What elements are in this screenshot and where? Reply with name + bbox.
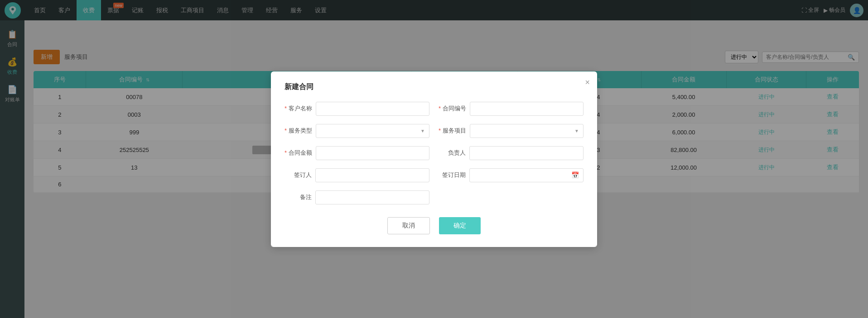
modal-title: 新建合同: [285, 82, 583, 92]
contract-amount-input[interactable]: 0.00: [316, 146, 429, 160]
signer-label: 签订人: [285, 171, 312, 179]
form-row-5: 备注: [285, 190, 583, 204]
form-group-remarks: 备注: [285, 190, 429, 204]
service-type-label: 服务类型: [285, 127, 312, 135]
form-group-contract-no: 合同编号: [439, 102, 583, 116]
sign-date-input[interactable]: 2023-06-06: [469, 168, 583, 182]
responsible-input[interactable]: [469, 146, 583, 160]
sign-date-label: 签订日期: [439, 171, 466, 179]
form-group-amount: 合同金额 0.00: [285, 146, 429, 160]
form-row-4: 签订人 签订日期 2023-06-06 📅: [285, 168, 583, 182]
modal-close-button[interactable]: ×: [585, 78, 590, 87]
form-group-service-item: 服务项目: [439, 124, 583, 138]
form-row-2: 服务类型 服务项目: [285, 124, 583, 138]
service-item-label: 服务项目: [439, 127, 466, 135]
responsible-label: 负责人: [439, 149, 466, 157]
remarks-label: 备注: [285, 193, 312, 201]
form-group-responsible: 负责人: [439, 146, 583, 160]
contract-amount-label: 合同金额: [285, 149, 312, 157]
remarks-input[interactable]: [315, 190, 429, 204]
form-group-sign-date: 签订日期 2023-06-06 📅: [439, 168, 583, 182]
sign-date-wrap: 2023-06-06 📅: [469, 168, 583, 182]
client-name-label: 客户名称: [285, 104, 312, 113]
form-row-3: 合同金额 0.00 负责人: [285, 146, 583, 160]
service-item-select[interactable]: [470, 124, 583, 138]
contract-no-label: 合同编号: [439, 104, 466, 113]
service-item-select-wrap: [470, 124, 583, 138]
form-group-signer: 签订人: [285, 168, 429, 182]
client-name-input[interactable]: [316, 102, 429, 116]
service-type-select-wrap: [316, 124, 429, 138]
service-type-select[interactable]: [316, 124, 429, 138]
form-row-1: 客户名称 合同编号: [285, 102, 583, 116]
form-group-service-type: 服务类型: [285, 124, 429, 138]
confirm-button[interactable]: 确定: [439, 217, 481, 234]
form-group-client: 客户名称: [285, 102, 429, 116]
modal-overlay[interactable]: 新建合同 × 客户名称 合同编号 服务类型: [0, 0, 868, 318]
contract-no-input[interactable]: [470, 102, 583, 116]
modal-footer: 取消 确定: [285, 217, 583, 234]
cancel-button[interactable]: 取消: [387, 217, 430, 234]
modal-new-contract: 新建合同 × 客户名称 合同编号 服务类型: [271, 71, 597, 247]
signer-input[interactable]: [315, 168, 429, 182]
